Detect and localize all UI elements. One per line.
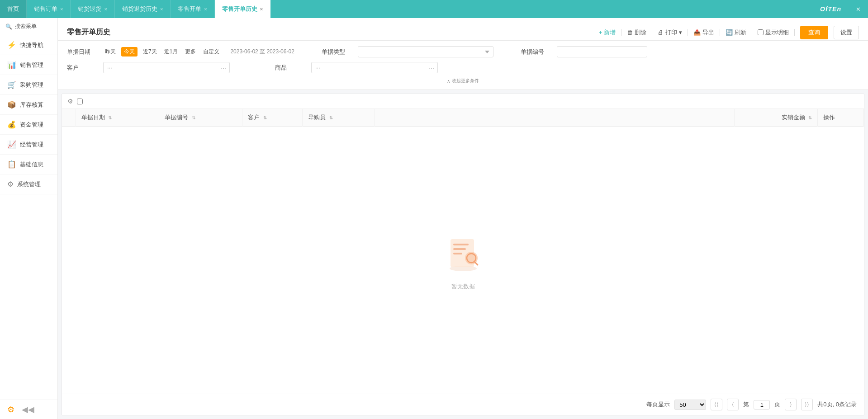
tab-list: 首页 销售订单 × 销货退货 × 销货退货历史 × 零售开单 × 零售开单历史 … (0, 0, 813, 18)
sidebar-collapse-icon[interactable]: ◀◀ (22, 405, 34, 414)
sales-mgmt-icon: 📊 (7, 61, 16, 69)
sidebar-item-sales-mgmt[interactable]: 📊 销售管理 (0, 55, 57, 75)
th-amount-sort-icon[interactable]: ⇅ (808, 115, 812, 120)
th-date-sort-icon[interactable]: ⇅ (108, 115, 112, 120)
doc-type-label: 单据类型 (322, 48, 349, 56)
close-sales-return-history-icon[interactable]: × (160, 6, 163, 12)
search-icon: 🔍 (5, 24, 12, 30)
top-bar: 首页 销售订单 × 销货退货 × 销货退货历史 × 零售开单 × 零售开单历史 … (0, 0, 868, 18)
date-opt-more[interactable]: 更多 (183, 47, 198, 56)
th-action: 操作 (818, 109, 864, 127)
th-customer[interactable]: 客户 ⇅ (242, 109, 303, 127)
pagination-bar: 每页显示 50 100 200 ⟨⟨ ⟨ 第 页 ⟩ ⟩⟩ 共0页, 0条记录 (62, 394, 864, 415)
refresh-label: 刷新 (735, 28, 746, 37)
next-page-button[interactable]: ⟩ (785, 399, 797, 410)
th-salesperson[interactable]: 导购员 ⇅ (303, 109, 375, 127)
close-sales-return-icon[interactable]: × (104, 6, 107, 12)
query-button[interactable]: 查询 (800, 26, 828, 39)
doc-type-select[interactable] (358, 46, 493, 57)
table-settings-icon[interactable]: ⚙ (67, 98, 73, 105)
tab-sales-order[interactable]: 销售订单 × (27, 0, 71, 18)
purchase-mgmt-icon: 🛒 (7, 80, 16, 89)
page-actions: + 新增 🗑 删除 🖨 打印 ▾ 📤 导出 (599, 26, 859, 39)
sidebar-item-basic-info[interactable]: 📋 基础信息 (0, 155, 57, 174)
date-options: 昨天 今天 近7天 近1月 更多 自定义 (103, 47, 221, 56)
sidebar-item-inventory[interactable]: 📦 库存核算 (0, 95, 57, 115)
page-size-label: 每页显示 (646, 400, 670, 409)
page-word: 第 (743, 400, 749, 409)
tab-retail-open-history-label: 零售开单历史 (222, 5, 257, 13)
sidebar-item-quick-nav-label: 快捷导航 (20, 41, 43, 49)
last-page-button[interactable]: ⟩⟩ (801, 399, 813, 410)
filter-settings-button[interactable]: 设置 (834, 26, 859, 39)
customer-input[interactable] (103, 62, 230, 73)
divider-2 (652, 29, 652, 36)
delete-button[interactable]: 🗑 删除 (627, 28, 646, 37)
main-layout: 🔍 搜索采单 ⚡ 快捷导航 📊 销售管理 🛒 采购管理 📦 库存核算 💰 资金管… (0, 18, 868, 419)
th-salesperson-sort-icon[interactable]: ⇅ (329, 115, 333, 120)
tab-home[interactable]: 首页 (0, 0, 27, 18)
divider-4 (720, 29, 720, 36)
table-header-row: 单据日期 ⇅ 单据编号 ⇅ 客户 ⇅ 导购员 ⇅ (62, 109, 864, 127)
date-opt-today[interactable]: 今天 (121, 47, 138, 56)
sidebar-footer: ⚙ ◀◀ (0, 400, 57, 419)
sys-mgmt-icon: ⚙ (7, 180, 14, 188)
close-retail-open-icon[interactable]: × (204, 6, 207, 12)
date-opt-7days[interactable]: 近7天 (141, 47, 159, 56)
content-area: 零售开单历史 + 新增 🗑 删除 🖨 打印 ▾ 📤 导出 (58, 18, 868, 419)
prev-page-button[interactable]: ⟨ (727, 399, 739, 410)
goods-input[interactable] (311, 62, 438, 73)
tab-sales-return-history[interactable]: 销货退货历史 × (115, 0, 171, 18)
date-opt-custom[interactable]: 自定义 (201, 47, 221, 56)
add-button[interactable]: + 新增 (599, 28, 616, 37)
sidebar-item-purchase-mgmt[interactable]: 🛒 采购管理 (0, 75, 57, 95)
th-date[interactable]: 单据日期 ⇅ (76, 109, 159, 127)
empty-text: 暂无数据 (451, 282, 475, 291)
date-label: 单据日期 (67, 48, 94, 56)
th-customer-sort-icon[interactable]: ⇅ (263, 115, 267, 120)
customer-more-icon[interactable]: ··· (221, 64, 226, 71)
first-page-button[interactable]: ⟨⟨ (711, 399, 722, 410)
th-no[interactable]: 单据编号 ⇅ (159, 109, 242, 127)
tab-retail-open[interactable]: 零售开单 × (171, 0, 214, 18)
date-opt-1month[interactable]: 近1月 (162, 47, 180, 56)
window-close-icon[interactable]: ✕ (856, 6, 861, 13)
show-detail-checkbox[interactable] (758, 29, 764, 35)
tab-retail-open-history[interactable]: 零售开单历史 × (215, 0, 270, 18)
th-date-label: 单据日期 (81, 114, 105, 121)
divider-1 (621, 29, 621, 36)
customer-label: 客户 (67, 64, 94, 72)
print-icon: 🖨 (658, 29, 664, 36)
sidebar-item-operations[interactable]: 📈 经营管理 (0, 135, 57, 155)
sidebar-item-sys-mgmt[interactable]: ⚙ 系统管理 (0, 174, 57, 194)
page-label: 页 (774, 400, 780, 409)
sidebar-item-operations-label: 经营管理 (20, 141, 43, 149)
table-area: ⚙ 单据日期 ⇅ 单据编号 ⇅ (62, 94, 864, 415)
delete-icon: 🗑 (627, 29, 633, 36)
print-button[interactable]: 🖨 打印 ▾ (658, 28, 682, 37)
tab-sales-return[interactable]: 销货退货 × (71, 0, 114, 18)
table-toolbar: ⚙ (62, 94, 864, 109)
tab-sales-order-label: 销售订单 (34, 5, 57, 13)
goods-more-icon[interactable]: ··· (429, 64, 434, 71)
sidebar-search[interactable]: 🔍 搜索采单 (0, 18, 57, 35)
current-page-input[interactable] (754, 400, 770, 410)
collapse-button[interactable]: ∧ 收起更多条件 (67, 78, 859, 84)
page-size-select[interactable]: 50 100 200 (674, 400, 706, 410)
select-all-checkbox[interactable] (77, 99, 83, 104)
date-opt-yesterday[interactable]: 昨天 (103, 47, 118, 56)
settings-gear-icon[interactable]: ⚙ (7, 405, 14, 414)
refresh-button[interactable]: 🔄 刷新 (726, 28, 746, 37)
th-salesperson-label: 导购员 (308, 114, 326, 121)
show-detail-checkbox-label[interactable]: 显示明细 (758, 28, 789, 37)
export-button[interactable]: 📤 导出 (693, 28, 714, 37)
th-customer-label: 客户 (248, 114, 260, 121)
th-no-sort-icon[interactable]: ⇅ (192, 115, 195, 120)
close-retail-open-history-icon[interactable]: × (260, 6, 263, 12)
doc-no-input[interactable] (557, 46, 647, 57)
close-sales-order-icon[interactable]: × (60, 6, 63, 12)
th-amount[interactable]: 实销金额 ⇅ (734, 109, 817, 127)
sidebar-item-finance[interactable]: 💰 资金管理 (0, 115, 57, 135)
customer-input-wrap: ··· (103, 62, 230, 73)
sidebar-item-quick-nav[interactable]: ⚡ 快捷导航 (0, 35, 57, 55)
